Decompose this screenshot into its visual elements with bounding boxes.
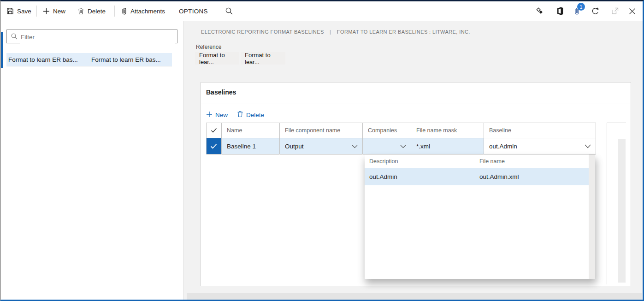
column-header-name[interactable]: Name [221, 123, 279, 138]
baselines-card-title: Baselines [206, 89, 236, 96]
filter-input[interactable] [20, 30, 175, 43]
column-header-companies[interactable]: Companies [362, 123, 411, 138]
grid-border [206, 138, 596, 138]
trash-icon [77, 7, 84, 15]
toolbar-divider [114, 6, 115, 17]
grid-delete-label: Delete [246, 112, 264, 118]
chevron-down-icon[interactable] [585, 138, 591, 154]
breadcrumb-record-caption: FORMAT TO LEARN ER BASELINES : LITWARE, … [337, 29, 470, 35]
grid-vertical-scrollbar[interactable] [618, 139, 626, 283]
paperclip-icon [121, 7, 127, 15]
cell-name[interactable]: Baseline 1 [221, 138, 279, 154]
plus-icon [43, 8, 50, 15]
list-item-selected[interactable]: Format to learn ER bas... Format to lear… [6, 53, 172, 66]
popout-icon [611, 7, 619, 15]
refresh-icon [591, 7, 600, 16]
filter-box [6, 30, 177, 43]
options-menu[interactable]: OPTIONS [179, 1, 208, 21]
chevron-down-icon[interactable] [352, 138, 358, 154]
options-label: OPTIONS [179, 8, 208, 15]
plus-icon [206, 111, 213, 119]
main-horizontal-scrollbar[interactable] [187, 293, 642, 300]
save-button[interactable]: Save [6, 1, 31, 21]
attachments-label: Attachments [130, 8, 165, 15]
filter-search-icon [11, 33, 18, 42]
lookup-vertical-scrollbar[interactable] [589, 154, 595, 279]
open-in-new-window-button[interactable] [611, 1, 619, 21]
breadcrumb: ELECTRONIC REPORTING FORMAT BASELINES | … [201, 29, 470, 35]
record-list-panel: Format to learn ER bas... Format to lear… [1, 21, 183, 300]
column-header-label: Baseline [489, 127, 511, 134]
reference-value-text: Format to lear... [199, 52, 235, 65]
grid-border [411, 123, 411, 154]
row-checkbox-selected[interactable] [206, 138, 221, 154]
breadcrumb-separator: | [330, 29, 331, 35]
reference-field-label: Reference [196, 44, 221, 50]
new-button[interactable]: New [43, 1, 65, 21]
breadcrumb-form-caption: ELECTRONIC REPORTING FORMAT BASELINES [201, 29, 324, 35]
reference-value-text: Format to lear... [245, 52, 281, 65]
office-icon [555, 6, 564, 16]
grid-border [362, 123, 363, 154]
cell-file-component[interactable]: Output [279, 138, 362, 154]
delete-button[interactable]: Delete [77, 1, 106, 21]
selected-record-indicator [1, 32, 3, 68]
grid-new-label: New [215, 112, 228, 118]
lookup-row-file-name: out.Admin.xml [479, 168, 519, 185]
grid-delete-button[interactable]: Delete [237, 108, 264, 121]
toolbar-divider [36, 6, 37, 17]
grid-border [279, 123, 280, 154]
check-icon [211, 128, 217, 133]
list-item-name: Format to learn ER bas... [8, 56, 89, 63]
column-header-file-name-mask[interactable]: File name mask [411, 123, 484, 138]
close-icon [628, 7, 636, 15]
column-header-label: File name mask [416, 127, 457, 134]
cell-file-name-mask[interactable]: *.xml [411, 138, 484, 154]
lookup-row-selected[interactable]: out.Admin out.Admin.xml [365, 168, 589, 185]
baseline-lookup-flyout: Description File name out.Admin out.Admi… [365, 154, 595, 279]
reference-value-1[interactable]: Format to lear... [195, 52, 239, 65]
check-icon [210, 143, 217, 149]
column-header-label: File component name [285, 127, 340, 134]
cell-value: out.Admin [489, 143, 517, 150]
column-header-file-component[interactable]: File component name [279, 123, 362, 138]
grid-scroll-region [607, 123, 626, 284]
lookup-row-description: out.Admin [369, 168, 397, 185]
notification-count: 1 [580, 4, 583, 10]
save-icon [6, 7, 14, 15]
column-header-label: Companies [368, 127, 397, 134]
attachments-button[interactable]: Attachments [121, 1, 165, 21]
notification-count-badge: 1 [577, 3, 585, 11]
grid-border [221, 123, 222, 154]
cell-companies[interactable] [362, 138, 411, 154]
cell-baseline-editing[interactable]: out.Admin [484, 138, 596, 154]
select-all-checkbox[interactable] [206, 123, 221, 138]
grid-new-button[interactable]: New [206, 108, 228, 121]
grid-border [484, 123, 484, 154]
delete-label: Delete [88, 8, 106, 15]
reference-value-2[interactable]: Format to lear... [241, 52, 285, 65]
lookup-column-file-name: File name [479, 154, 505, 168]
task-recorder-button[interactable] [535, 1, 544, 21]
lookup-column-description: Description [369, 154, 398, 168]
cell-value: Output [285, 143, 304, 150]
grid-border [206, 123, 207, 154]
search-button[interactable] [225, 1, 233, 21]
cell-value: *.xml [416, 143, 430, 150]
refresh-button[interactable] [591, 1, 600, 21]
save-label: Save [17, 8, 31, 15]
column-header-baseline[interactable]: Baseline [484, 123, 596, 138]
new-label: New [53, 8, 65, 15]
top-toolbar: Save New Delete Attachments OPTIONS [1, 1, 643, 21]
search-icon [225, 7, 233, 15]
card-divider [201, 104, 631, 104]
chevron-down-icon[interactable] [400, 138, 406, 154]
grid-border [206, 123, 596, 123]
lookup-header: Description File name [365, 154, 589, 168]
trash-icon [237, 111, 243, 119]
cell-value: Baseline 1 [227, 143, 256, 150]
office-apps-button[interactable] [555, 1, 564, 21]
app-window: Save New Delete Attachments OPTIONS [0, 0, 644, 301]
close-button[interactable] [628, 1, 636, 21]
column-header-label: Name [227, 127, 242, 134]
